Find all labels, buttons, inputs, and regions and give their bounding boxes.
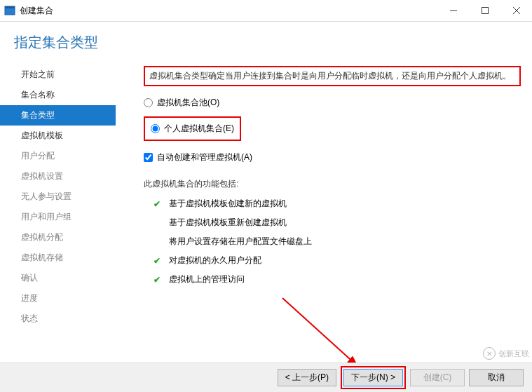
page-title: 指定集合类型 [0,22,532,65]
check-icon: ✔ [154,199,163,209]
prev-button[interactable]: < 上一步(P) [278,369,336,386]
cancel-button[interactable]: 取消 [469,369,524,386]
sidebar-item-status[interactable]: 状态 [0,309,116,329]
checkbox-auto-row[interactable]: 自动创建和管理虚拟机(A) [144,149,521,165]
sidebar-item-before[interactable]: 开始之前 [0,65,116,85]
window-titlebar: 创建集合 [0,0,532,21]
svg-rect-1 [5,6,15,8]
app-icon [4,5,15,16]
feature-text: 基于虚拟机模板创建新的虚拟机 [169,198,287,210]
wizard-sidebar: 开始之前 集合名称 集合类型 虚拟机模板 用户分配 虚拟机设置 无人参与设置 用… [0,65,116,376]
radio-pool-row[interactable]: 虚拟机集合池(O) [144,95,521,111]
radio-personal[interactable] [151,124,160,133]
main-panel: 虚拟机集合类型确定当用户连接到集合时是向用户分配临时虚拟机，还是向用户分配个人虚… [116,65,532,376]
info-box: 虚拟机集合类型确定当用户连接到集合时是向用户分配临时虚拟机，还是向用户分配个人虚… [144,66,521,86]
sidebar-item-vmalloc[interactable]: 虚拟机分配 [0,227,116,248]
sidebar-item-progress[interactable]: 进度 [0,288,116,309]
radio-pool-label: 虚拟机集合池(O) [157,97,219,109]
create-button: 创建(C) [410,369,465,386]
svg-rect-3 [482,8,488,14]
maximize-button[interactable] [469,0,500,21]
feature-item: 基于虚拟机模板重新创建虚拟机 [144,213,521,232]
next-button[interactable]: 下一步(N) > [343,369,403,386]
feature-item: 将用户设置存储在用户配置文件磁盘上 [144,232,521,251]
sidebar-item-name[interactable]: 集合名称 [0,85,116,105]
checkbox-auto-label: 自动创建和管理虚拟机(A) [157,151,252,163]
window-controls [437,0,532,21]
sidebar-item-vmsettings[interactable]: 虚拟机设置 [0,166,116,187]
minimize-button[interactable] [437,0,469,21]
window-title: 创建集合 [20,5,437,17]
sidebar-item-vmstorage[interactable]: 虚拟机存储 [0,248,116,268]
radio-personal-label: 个人虚拟机集合(E) [164,123,234,135]
checkbox-auto[interactable] [144,153,153,162]
sidebar-item-type[interactable]: 集合类型 [0,105,116,126]
radio-pool[interactable] [144,98,153,107]
watermark-icon: ✕ [483,347,496,360]
sidebar-item-confirm[interactable]: 确认 [0,268,116,288]
features-heading: 此虚拟机集合的功能包括: [144,178,521,190]
sidebar-item-unattended[interactable]: 无人参与设置 [0,187,116,207]
feature-item: ✔虚拟机上的管理访问 [144,270,521,289]
wizard-footer: < 上一步(P) 下一步(N) > 创建(C) 取消 [0,363,532,392]
feature-item: ✔基于虚拟机模板创建新的虚拟机 [144,194,521,213]
feature-item: ✔对虚拟机的永久用户分配 [144,251,521,270]
watermark-text: 创新互联 [498,349,529,359]
sidebar-item-template[interactable]: 虚拟机模板 [0,126,116,146]
sidebar-item-userassign[interactable]: 用户分配 [0,146,116,166]
check-icon: ✔ [154,275,163,285]
feature-text: 将用户设置存储在用户配置文件磁盘上 [169,236,312,248]
radio-highlight-box: 个人虚拟机集合(E) [144,116,241,141]
check-icon: ✔ [154,256,163,266]
sidebar-item-usergroup[interactable]: 用户和用户组 [0,207,116,227]
radio-personal-row[interactable]: 个人虚拟机集合(E) [151,121,234,137]
feature-text: 虚拟机上的管理访问 [169,273,245,285]
feature-text: 对虚拟机的永久用户分配 [169,255,261,266]
watermark: ✕ 创新互联 [483,347,529,360]
content-area: 开始之前 集合名称 集合类型 虚拟机模板 用户分配 虚拟机设置 无人参与设置 用… [0,65,532,376]
close-button[interactable] [500,0,532,21]
next-highlight-box: 下一步(N) > [341,366,406,389]
feature-text: 基于虚拟机模板重新创建虚拟机 [169,217,287,229]
